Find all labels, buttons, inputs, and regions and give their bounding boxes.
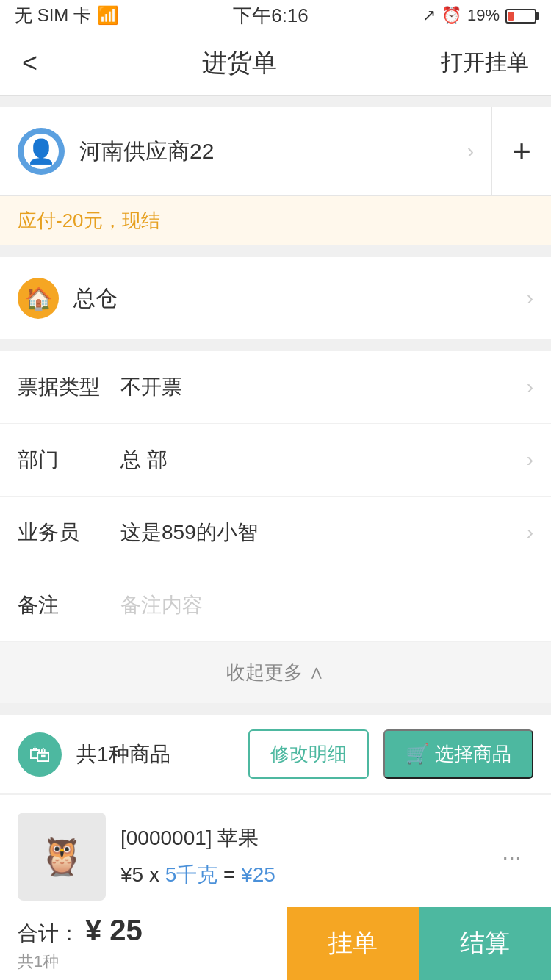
invoice-type-value: 不开票 bbox=[120, 373, 519, 401]
select-product-label: 选择商品 bbox=[435, 741, 511, 767]
settle-button[interactable]: 结算 bbox=[419, 907, 551, 980]
location-icon: ↗ bbox=[422, 6, 436, 25]
product-thumbnail: 🦉 bbox=[18, 813, 106, 901]
remark-label: 备注 bbox=[18, 591, 120, 619]
total-label: 合计： ¥ 25 bbox=[18, 914, 269, 948]
status-left: 无 SIM 卡 📶 bbox=[15, 4, 119, 27]
bottom-bar: 合计： ¥ 25 共1种 挂单 结算 bbox=[0, 907, 551, 980]
product-image-placeholder-icon: 🦉 bbox=[39, 835, 84, 878]
product-price: ¥5 x 5千克 = ¥25 bbox=[120, 861, 475, 889]
multiply-symbol: x bbox=[149, 863, 165, 886]
battery-icon bbox=[505, 6, 536, 25]
battery-percent: 19% bbox=[467, 6, 500, 25]
remark-placeholder: 备注内容 bbox=[120, 591, 533, 619]
status-bar: 无 SIM 卡 📶 下午6:16 ↗ ⏰ 19% bbox=[0, 0, 551, 31]
open-hold-button[interactable]: 打开挂单 bbox=[441, 48, 529, 78]
supplier-name: 河南供应商22 bbox=[79, 137, 460, 167]
product-count-icon: 🛍 bbox=[18, 732, 62, 777]
product-qty: 5千克 bbox=[165, 863, 218, 886]
chevron-right-icon: › bbox=[527, 375, 533, 399]
collapse-button[interactable]: 收起更多 ∧ bbox=[0, 642, 551, 715]
product-name: 苹果 bbox=[217, 826, 259, 849]
department-row[interactable]: 部门 总 部 › bbox=[0, 424, 551, 497]
salesperson-value: 这是859的小智 bbox=[120, 519, 519, 547]
supplier-avatar: 👤 bbox=[18, 128, 65, 175]
total-text: 合计： bbox=[18, 920, 79, 948]
warehouse-icon: 🏠 bbox=[18, 278, 59, 319]
warehouse-name: 总仓 bbox=[73, 284, 519, 314]
chevron-right-icon: › bbox=[527, 287, 533, 310]
product-info: [0000001] 苹果 ¥5 x 5千克 = ¥25 bbox=[120, 824, 475, 889]
back-button[interactable]: < bbox=[22, 48, 37, 79]
add-supplier-button[interactable]: + bbox=[492, 107, 551, 195]
equals-symbol: = bbox=[223, 863, 241, 886]
select-product-button[interactable]: 🛒 选择商品 bbox=[383, 729, 533, 779]
sim-text: 无 SIM 卡 bbox=[15, 4, 91, 27]
product-total: ¥25 bbox=[241, 863, 276, 886]
total-sub-label: 共1种 bbox=[18, 951, 269, 973]
product-title: [0000001] 苹果 bbox=[120, 824, 475, 852]
payment-info: 应付-20元，现结 bbox=[0, 196, 551, 245]
status-right: ↗ ⏰ 19% bbox=[422, 6, 536, 25]
supplier-selector[interactable]: 👤 河南供应商22 › bbox=[0, 107, 492, 195]
person-icon: 👤 bbox=[26, 137, 56, 165]
add-product-icon: 🛒 bbox=[406, 743, 429, 765]
chevron-right-icon: › bbox=[527, 448, 533, 472]
edit-detail-button[interactable]: 修改明细 bbox=[248, 729, 369, 779]
salesperson-row[interactable]: 业务员 这是859的小智 › bbox=[0, 497, 551, 569]
department-value: 总 部 bbox=[120, 446, 519, 474]
more-options-button[interactable]: ··· bbox=[490, 837, 533, 876]
product-header: 🛍 共1种商品 修改明细 🛒 选择商品 bbox=[0, 715, 551, 793]
chevron-right-icon: › bbox=[527, 521, 533, 544]
department-label: 部门 bbox=[18, 446, 120, 474]
hold-button[interactable]: 挂单 bbox=[287, 907, 419, 980]
wifi-icon: 📶 bbox=[97, 5, 119, 26]
supplier-section: 👤 河南供应商22 › + bbox=[0, 107, 551, 196]
warehouse-row[interactable]: 🏠 总仓 › bbox=[0, 257, 551, 351]
remark-row[interactable]: 备注 备注内容 bbox=[0, 569, 551, 642]
salesperson-label: 业务员 bbox=[18, 519, 120, 547]
page-title: 进货单 bbox=[202, 46, 277, 80]
total-section: 合计： ¥ 25 共1种 bbox=[0, 907, 287, 980]
shopping-bag-icon: 🛍 bbox=[29, 742, 51, 767]
alarm-icon: ⏰ bbox=[442, 6, 461, 25]
invoice-type-row[interactable]: 票据类型 不开票 › bbox=[0, 351, 551, 424]
product-count-label: 共1种商品 bbox=[76, 741, 234, 768]
nav-bar: < 进货单 打开挂单 bbox=[0, 31, 551, 96]
product-item: 🦉 [0000001] 苹果 ¥5 x 5千克 = ¥25 ··· bbox=[0, 795, 551, 918]
chevron-right-icon: › bbox=[467, 140, 474, 163]
unit-price: ¥5 bbox=[120, 863, 143, 886]
status-time: 下午6:16 bbox=[233, 3, 309, 29]
total-amount: ¥ 25 bbox=[85, 914, 143, 947]
product-code: [0000001] bbox=[120, 826, 212, 849]
invoice-type-label: 票据类型 bbox=[18, 373, 120, 401]
